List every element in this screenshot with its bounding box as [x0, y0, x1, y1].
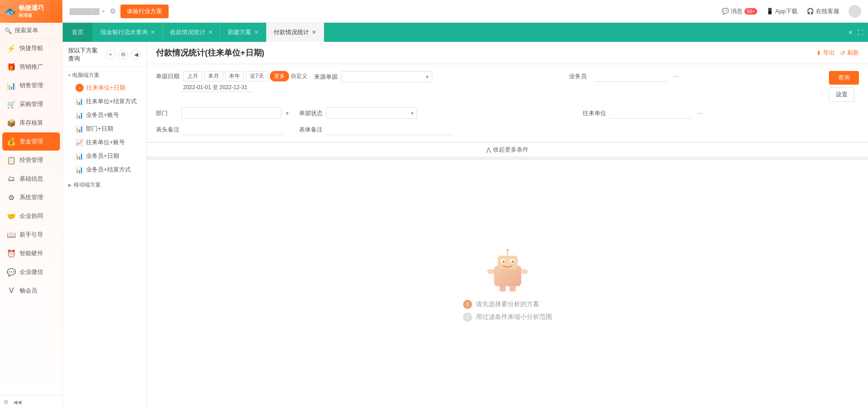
sidebar-item-enterprise[interactable]: 🤝 企业协同 — [2, 207, 60, 225]
date-btn-7days[interactable]: 近7天 — [246, 71, 268, 81]
page-title-bar: 付款情况统计(往来单位+日期) ⬆ 导出 ↺ 刷新 — [147, 42, 868, 64]
sidebar-item-basic-info[interactable]: 🗂 基础信息 — [2, 170, 60, 188]
avatar[interactable] — [848, 5, 861, 18]
tab-cash-flow[interactable]: 现金银行流水查询 ✕ — [93, 23, 163, 42]
scheme-item-1[interactable]: 📊 往来单位+结算方式 — [63, 95, 146, 108]
doc-status-select[interactable] — [326, 107, 417, 119]
tab-payment-stats[interactable]: 付款情况统计 ✕ — [266, 23, 324, 42]
date-filter-buttons: 上月 本月 本年 近7天 更多 自定义 — [183, 71, 307, 81]
page-actions: ⬆ 导出 ↺ 刷新 — [816, 49, 859, 57]
query-button[interactable]: 查询 — [829, 71, 859, 85]
sidebar-item-purchase[interactable]: 🛒 采购管理 — [2, 95, 60, 113]
chevron-left-icon: ◀ — [134, 51, 138, 58]
export-btn[interactable]: ⬆ 导出 — [816, 49, 835, 57]
salesperson-input[interactable] — [594, 71, 667, 82]
collapse-filter-btn[interactable]: ⋀ 收起更多条件 — [147, 142, 868, 157]
scheme-settings-btn[interactable]: ⚙ — [118, 50, 128, 60]
refresh-icon: ↺ — [840, 50, 845, 56]
tab-receipt-stats-close-icon[interactable]: ✕ — [208, 29, 213, 35]
refresh-btn[interactable]: ↺ 刷新 — [840, 49, 859, 57]
head-note-input[interactable] — [183, 124, 283, 135]
scheme-item-label-1: 往来单位+结算方式 — [86, 97, 137, 106]
quick-nav-icon: ⚡ — [7, 44, 16, 53]
date-btn-this-year[interactable]: 本年 — [225, 71, 244, 81]
data-empty-area: 1 请先选择要分析的方案 2 用过滤条件来缩小分析范围 — [147, 160, 868, 409]
add-scheme-btn[interactable]: + — [105, 50, 115, 60]
topbar: ▓▓▓▓▓▓▓ ▾ ⚙ 体验行业方案 💬 消息 99+ 📱 App下载 🎧 在线… — [63, 0, 868, 23]
sidebar-item-sales[interactable]: 📊 销售管理 — [2, 76, 60, 95]
sidebar-item-label-guide: 新手引导 — [20, 231, 43, 239]
topbar-gear-icon[interactable]: ⚙ — [110, 7, 116, 15]
messages-btn[interactable]: 💬 消息 99+ — [722, 7, 757, 15]
online-service-btn[interactable]: 🎧 在线客服 — [807, 7, 839, 15]
sidebar-item-guide[interactable]: 📖 新手引导 — [2, 226, 60, 244]
scheme-item-0[interactable]: ○ 往来单位+日期 — [63, 81, 146, 95]
sidebar-item-member[interactable]: V 畅会员 — [2, 282, 60, 300]
date-btn-this-month[interactable]: 本月 — [204, 71, 223, 81]
app-download-btn[interactable]: 📱 App下载 — [766, 7, 798, 15]
panel-collapse-btn[interactable]: ◀ — [131, 50, 141, 60]
tab-home[interactable]: 首页 — [63, 23, 93, 42]
tab-receipt-stats[interactable]: 收款情况统计 ✕ — [163, 23, 220, 42]
gear-icon: ⚙ — [121, 51, 126, 58]
tab-new-scheme-close-icon[interactable]: ✕ — [254, 29, 259, 35]
inventory-icon: 📦 — [7, 118, 16, 127]
scheme-item-label-3: 部门+日期 — [86, 125, 113, 133]
tab-payment-stats-close-icon[interactable]: ✕ — [312, 29, 316, 35]
sidebar-item-marketing[interactable]: 🎁 营销推广 — [2, 58, 60, 76]
plus-icon: + — [109, 51, 112, 58]
scheme-item-5[interactable]: 📊 业务员+日期 — [63, 149, 146, 163]
sidebar-item-operation[interactable]: 📋 经营管理 — [2, 151, 60, 169]
tab-expand-icon[interactable]: ⛶ — [858, 29, 863, 36]
scheme-item-6[interactable]: 📊 业务员+结算方式 — [63, 163, 146, 177]
collapse-btn-label: 收起更多条件 — [493, 146, 529, 154]
sidebar-item-quick-nav[interactable]: ⚡ 快捷导航 — [2, 39, 60, 57]
sidebar-item-wechat[interactable]: 💬 企业微信 — [2, 263, 60, 281]
tab-close-all-icon[interactable]: ✕ — [848, 29, 853, 36]
date-filter-label: 单据日期 — [156, 72, 180, 81]
tab-home-label: 首页 — [72, 28, 84, 36]
empty-tip-2: 2 用过滤条件来缩小分析范围 — [463, 313, 552, 322]
svg-rect-6 — [487, 269, 495, 274]
search-menu-item[interactable]: 🔍 搜索菜单 — [0, 23, 62, 39]
logo-text: 畅捷通巧 — [19, 4, 44, 12]
tab-new-scheme[interactable]: 新建方案 ✕ — [220, 23, 266, 42]
tab-cash-flow-close-icon[interactable]: ✕ — [150, 29, 155, 35]
settings-bottom-btn[interactable]: ⚙ — [4, 399, 9, 405]
date-btn-last-month[interactable]: 上月 — [183, 71, 202, 81]
body-note-input[interactable] — [326, 124, 454, 135]
settings-button[interactable]: 设置 — [829, 87, 854, 102]
app-download-icon: 📱 — [766, 8, 773, 15]
desktop-group-title[interactable]: ▾ 电脑端方案 — [63, 70, 146, 81]
scheme-item-4[interactable]: 📈 往来单位+账号 — [63, 136, 146, 149]
sidebar-item-system[interactable]: ⚙ 系统管理 — [2, 188, 60, 207]
scheme-item-label-5: 业务员+日期 — [86, 152, 119, 160]
sidebar-item-label-hardware: 智能硬件 — [20, 249, 43, 258]
partner-dots[interactable]: ··· — [695, 109, 705, 117]
doc-status-label: 单据状态 — [299, 109, 323, 117]
sidebar-item-hardware[interactable]: ⏰ 智能硬件 — [2, 244, 60, 263]
topbar-right: 💬 消息 99+ 📱 App下载 🎧 在线客服 — [722, 5, 861, 18]
sidebar-item-label-wechat: 企业微信 — [20, 268, 43, 276]
date-custom-label[interactable]: 自定义 — [291, 72, 307, 80]
guide-icon: 📖 — [7, 230, 16, 239]
collapse-sidebar-btn[interactable]: ◀◀ — [13, 399, 21, 405]
sidebar-item-inventory[interactable]: 📦 库存核算 — [2, 114, 60, 132]
scheme-item-3[interactable]: 📊 部门+日期 — [63, 122, 146, 136]
mobile-scheme-group[interactable]: ▶ 移动端方案 — [63, 179, 146, 191]
dept-select[interactable] — [181, 107, 281, 119]
brand-text: ▓▓▓▓▓▓▓ — [70, 8, 100, 15]
salesperson-dots[interactable]: ··· — [671, 72, 680, 81]
panel-header: 按以下方案查询 + ⚙ ◀ — [63, 42, 146, 67]
desktop-scheme-group: ▾ 电脑端方案 ○ 往来单位+日期 📊 往来单位+结算方式 📊 业务员+账号 — [63, 67, 146, 179]
empty-illustration: 1 请先选择要分析的方案 2 用过滤条件来缩小分析范围 — [463, 247, 552, 322]
sidebar-item-finance[interactable]: 💰 资金管理 — [2, 132, 60, 151]
source-doc-select[interactable] — [341, 71, 432, 82]
scheme-item-2[interactable]: 📊 业务员+账号 — [63, 108, 146, 122]
scheme-icon-4: 📈 — [75, 139, 83, 146]
trial-button[interactable]: 体验行业方案 — [120, 5, 169, 18]
tab-controls: ✕ ⛶ — [848, 29, 868, 36]
date-btn-more[interactable]: 更多 — [270, 71, 289, 81]
date-range-input[interactable] — [180, 83, 253, 92]
partner-input[interactable] — [610, 108, 692, 119]
